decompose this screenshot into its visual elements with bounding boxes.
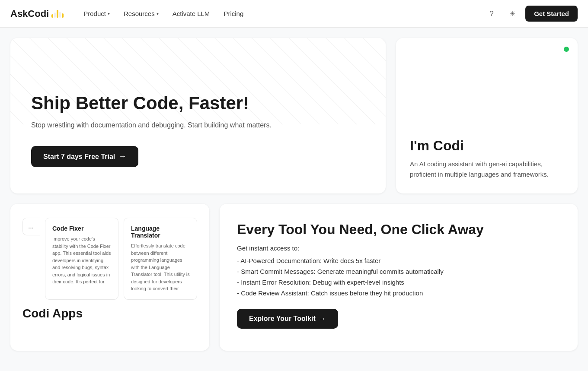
toolkit-title: Every Tool You Need, One Click Away <box>237 221 560 238</box>
toolkit-item-4: - Code Review Assistant: Catch issues be… <box>237 289 560 297</box>
get-started-button[interactable]: Get Started <box>525 6 578 22</box>
partial-card-text: … <box>28 223 40 230</box>
logo-bar-1 <box>51 14 53 18</box>
help-icon: ? <box>490 10 494 18</box>
codi-description: An AI coding assistant with gen-ai capab… <box>410 159 564 180</box>
code-fixer-title: Code Fixer <box>52 225 111 232</box>
toolkit-intro: Get instant access to: <box>237 244 560 252</box>
explore-toolkit-button[interactable]: Explore Your Toolkit → <box>237 309 338 329</box>
hero-subtitle: Stop wrestling with documentation and de… <box>31 120 365 130</box>
nav-product[interactable]: Product ▾ <box>77 6 116 21</box>
codi-card: I'm Codi An AI coding assistant with gen… <box>396 38 578 193</box>
nav-activate-llm[interactable]: Activate LLM <box>166 6 216 21</box>
chevron-down-icon-2: ▾ <box>157 11 159 16</box>
trial-button[interactable]: Start 7 days Free Trial → <box>31 146 138 167</box>
nav-resources[interactable]: Resources ▾ <box>118 6 165 21</box>
toolkit-list: - AI-Powered Documentation: Write docs 5… <box>237 257 560 297</box>
apps-card: … Code Fixer Improve your code's stabili… <box>10 204 209 351</box>
chevron-down-icon: ▾ <box>108 11 110 16</box>
partial-app-card: … <box>22 218 40 235</box>
codi-name: I'm Codi <box>410 138 564 154</box>
hero-title: Ship Better Code, Faster! <box>31 93 365 113</box>
toolkit-item-1: - AI-Powered Documentation: Write docs 5… <box>237 257 560 264</box>
theme-toggle-button[interactable]: ☀ <box>505 6 520 22</box>
toolkit-item-3: - Instant Error Resolution: Debug with e… <box>237 279 560 286</box>
code-fixer-desc: Improve your code's stability with the C… <box>52 235 111 285</box>
nav-pricing-label: Pricing <box>224 10 243 17</box>
nav-pricing[interactable]: Pricing <box>217 6 249 21</box>
nav-product-label: Product <box>83 10 106 17</box>
help-button[interactable]: ? <box>484 6 499 22</box>
nav-links: Product ▾ Resources ▾ Activate LLM Prici… <box>77 6 484 21</box>
code-fixer-card: Code Fixer Improve your code's stability… <box>45 218 118 300</box>
top-row: Ship Better Code, Faster! Stop wrestling… <box>10 38 578 193</box>
hero-content: Ship Better Code, Faster! Stop wrestling… <box>31 93 365 167</box>
logo-link[interactable]: AskCodi <box>10 8 64 19</box>
nav-actions: ? ☀ Get Started <box>484 6 578 22</box>
nav-activate-llm-label: Activate LLM <box>173 10 210 17</box>
main-content: Ship Better Code, Faster! Stop wrestling… <box>0 28 588 365</box>
toolkit-item-2: - Smart Commit Messages: Generate meanin… <box>237 268 560 275</box>
logo-bar-4 <box>59 12 61 18</box>
online-status-dot <box>564 47 569 52</box>
language-translator-title: Language Translator <box>131 225 190 239</box>
toolkit-card: Every Tool You Need, One Click Away Get … <box>220 204 578 351</box>
theme-icon: ☀ <box>509 10 515 18</box>
explore-toolkit-label: Explore Your Toolkit <box>249 315 316 323</box>
partial-app-card-wrapper: … <box>22 218 40 300</box>
apps-cards-row: … Code Fixer Improve your code's stabili… <box>22 218 197 300</box>
logo-bar-2 <box>54 13 56 18</box>
logo-text: AskCodi <box>10 8 49 19</box>
logo-bars <box>51 10 64 18</box>
language-translator-desc: Effortlessly translate code between diff… <box>131 242 190 292</box>
nav-resources-label: Resources <box>124 10 155 17</box>
navbar: AskCodi Product ▾ Resources ▾ Activate L… <box>0 0 588 28</box>
language-translator-card: Language Translator Effortlessly transla… <box>124 218 197 300</box>
arrow-icon: → <box>118 152 126 161</box>
apps-section-label: Codi Apps <box>22 307 197 320</box>
trial-button-label: Start 7 days Free Trial <box>43 153 115 161</box>
explore-arrow-icon: → <box>319 315 326 323</box>
logo-bar-5 <box>62 13 64 18</box>
logo-bar-3 <box>57 10 58 18</box>
bottom-row: … Code Fixer Improve your code's stabili… <box>10 204 578 351</box>
hero-card: Ship Better Code, Faster! Stop wrestling… <box>10 38 386 193</box>
